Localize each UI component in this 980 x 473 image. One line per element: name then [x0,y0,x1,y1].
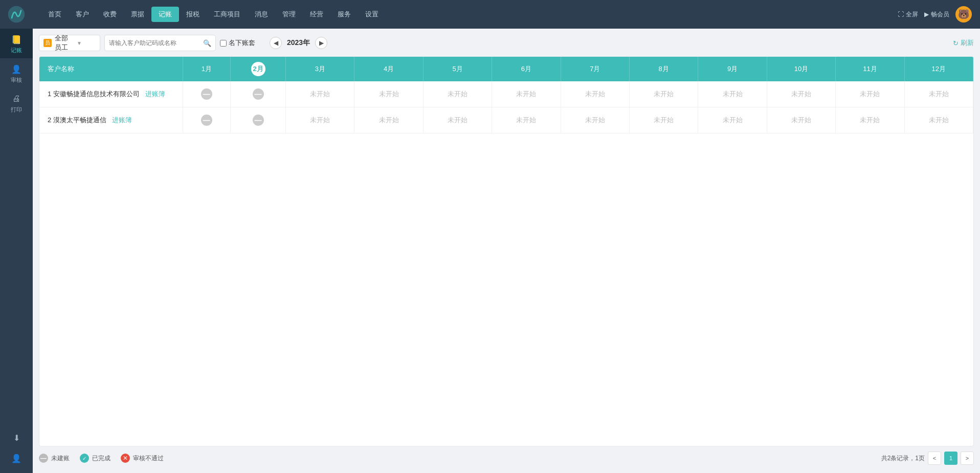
checkbox-label[interactable]: 名下账套 [220,38,255,48]
not-started-text: 未开始 [585,90,605,98]
month-cell-3: 未开始 [286,81,354,107]
not-started-text: 未开始 [929,90,949,98]
legend-not-built-label: 未建账 [51,454,70,463]
sidebar-item-user[interactable]: 👤 [0,447,33,468]
month-cell-12: 未开始 [904,107,973,133]
next-year-button[interactable]: ▶ [315,37,327,49]
row-index: 1 [48,90,51,98]
sidebar-bottom: ⬇ 👤 [0,427,33,473]
nav-svc[interactable]: 服务 [330,7,358,22]
client-name: 安徽畅捷通信息技术有限公司 [53,90,140,98]
top-navigation: 首页 客户 收费 票据 记账 报税 工商项目 消息 管理 经营 服务 设置 ⛶ … [33,0,980,29]
status-circle[interactable]: — [201,115,212,126]
nav-biz[interactable]: 工商项目 [207,7,248,22]
month-cell-6: 未开始 [492,81,561,107]
nav-tax[interactable]: 报税 [179,7,207,22]
col-header-apr: 4月 [354,57,423,81]
month-cell-1[interactable]: — [183,107,231,133]
client-name: 漠澳太平畅捷通信 [53,116,106,124]
legend-fail-icon: ✕ [121,454,130,463]
legend-done-label: 已完成 [92,454,110,463]
search-input[interactable] [109,39,201,47]
avatar[interactable]: 🐻 [955,6,972,22]
download-icon: ⬇ [9,432,24,443]
year-display: 2023年 [287,38,310,48]
refresh-button[interactable]: ↻ 刷新 [953,38,974,48]
not-started-text: 未开始 [516,90,536,98]
month-cell-3: 未开始 [286,107,354,133]
month-cell-11: 未开始 [836,81,904,107]
footer: — 未建账 ✓ 已完成 ✕ 审核不通过 共2条记录，1页 < 1 > [39,446,974,467]
not-started-text: 未开始 [791,90,811,98]
fullscreen-icon: ⛶ [898,11,904,18]
month-cell-8: 未开始 [630,81,698,107]
data-table-container: 客户名称 1月 2月 3月 4月 5月 6月 7月 8月 9月 10月 11月 … [39,56,974,446]
enter-ledger-link[interactable]: 进账簿 [145,90,165,98]
prev-page-button[interactable]: < [928,452,941,465]
legend-done-icon: ✓ [80,454,89,463]
nav-bookkeep[interactable]: 记账 [151,7,179,22]
nav-ops[interactable]: 经营 [303,7,330,22]
not-started-text: 未开始 [310,90,330,98]
col-header-jul: 7月 [561,57,629,81]
status-circle[interactable]: — [253,88,264,100]
vip-button[interactable]: ▶ 畅会员 [924,10,949,19]
prev-year-button[interactable]: ◀ [270,37,282,49]
month-cell-5: 未开始 [423,107,492,133]
month-cell-2[interactable]: — [231,107,286,133]
status-circle[interactable]: — [201,88,212,100]
month-cell-2[interactable]: — [231,81,286,107]
client-name-cell: 2 漠澳太平畅捷通信 进账簿 [39,107,183,133]
col-header-mar: 3月 [286,57,354,81]
legend-not-built: — 未建账 [39,454,70,463]
search-wrap: 🔍 [104,35,216,51]
next-page-button[interactable]: > [961,452,974,465]
sidebar-item-download[interactable]: ⬇ [0,427,33,447]
not-started-text: 未开始 [791,116,811,124]
employee-select-label: 全部员工 [55,34,74,52]
main-area: 首页 客户 收费 票据 记账 报税 工商项目 消息 管理 经营 服务 设置 ⛶ … [33,0,980,473]
data-table: 客户名称 1月 2月 3月 4月 5月 6月 7月 8月 9月 10月 11月 … [39,57,973,133]
status-circle[interactable]: — [253,115,264,126]
employee-tag-icon: 员 [43,39,52,47]
under-account-checkbox[interactable] [220,40,227,47]
print-icon: 🖨 [9,93,24,104]
month-cell-1[interactable]: — [183,81,231,107]
sidebar-item-print[interactable]: 🖨 打印 [0,88,33,118]
not-started-text: 未开始 [723,116,743,124]
current-page-button[interactable]: 1 [944,452,957,465]
nav-msg[interactable]: 消息 [248,7,275,22]
month-cell-12: 未开始 [904,81,973,107]
not-started-text: 未开始 [723,90,743,98]
audit-icon: 👤 [9,63,24,75]
nav-home[interactable]: 首页 [41,7,69,22]
col-header-client: 客户名称 [39,57,183,81]
month-cell-10: 未开始 [767,107,835,133]
not-started-text: 未开始 [448,90,467,98]
month-cell-7: 未开始 [561,107,629,133]
enter-ledger-link[interactable]: 进账簿 [112,116,132,124]
sidebar-item-audit[interactable]: 👤 审核 [0,58,33,88]
nav-invoice[interactable]: 票据 [124,7,151,22]
col-header-may: 5月 [423,57,492,81]
not-started-text: 未开始 [516,116,536,124]
app-logo [0,0,33,29]
nav-mgmt[interactable]: 管理 [275,7,303,22]
month-cell-10: 未开始 [767,81,835,107]
col-header-jan: 1月 [183,57,231,81]
fullscreen-button[interactable]: ⛶ 全屏 [898,10,918,19]
topnav-right: ⛶ 全屏 ▶ 畅会员 🐻 [898,6,972,22]
nav-client[interactable]: 客户 [69,7,96,22]
legend-done: ✓ 已完成 [80,454,110,463]
not-started-text: 未开始 [654,116,674,124]
sidebar: 📒 记账 👤 审核 🖨 打印 ⬇ 👤 [0,0,33,473]
nav-fees[interactable]: 收费 [96,7,124,22]
employee-select[interactable]: 员 全部员工 ▼ [39,35,100,51]
search-icon[interactable]: 🔍 [203,39,211,47]
month-cell-7: 未开始 [561,81,629,107]
month-cell-6: 未开始 [492,107,561,133]
month-cell-8: 未开始 [630,107,698,133]
nav-settings[interactable]: 设置 [358,7,386,22]
month-cell-9: 未开始 [698,81,767,107]
sidebar-item-bookkeep[interactable]: 📒 记账 [0,29,33,58]
